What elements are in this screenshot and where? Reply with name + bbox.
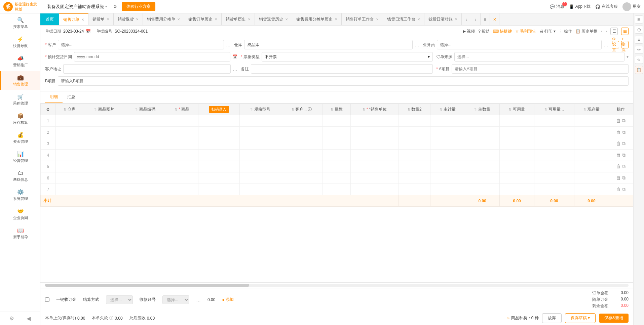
sidebar-settings-icon[interactable]: ⚙ xyxy=(9,315,14,322)
row-qty2[interactable] xyxy=(399,115,430,127)
row-copy-icon[interactable]: ⧉ xyxy=(622,152,626,158)
row-product-code[interactable] xyxy=(125,115,166,127)
message-button[interactable]: 💬 9 消息 xyxy=(550,4,564,9)
row-product-img[interactable] xyxy=(84,115,125,127)
row-available[interactable] xyxy=(500,115,534,127)
col-available2[interactable]: ⇅ 可用量... xyxy=(534,104,574,115)
customer-address-input[interactable] xyxy=(63,64,231,74)
sidebar-item-inventory[interactable]: 📦 库存核算 xyxy=(0,109,40,128)
delivery-calendar-icon[interactable]: 📅 xyxy=(232,54,237,59)
sidebar-item-purchase[interactable]: 🛒 采购管理 xyxy=(0,90,40,109)
col-qty2[interactable]: ⇅ 数量2 xyxy=(399,104,430,115)
warehouse-more-icon[interactable]: … xyxy=(415,42,419,47)
col-product-code[interactable]: ⇅ 商品编码 xyxy=(125,104,166,115)
payment-method-select[interactable]: 选择... xyxy=(106,295,133,304)
row-copy-icon[interactable]: ⧉ xyxy=(622,187,626,192)
tab-close-icon[interactable]: ✕ xyxy=(376,17,379,21)
sidebar-item-guide[interactable]: 📖 新手引导 xyxy=(0,224,40,243)
col-product[interactable]: ⇅ 商品 xyxy=(166,104,198,115)
sidebar-item-marketing[interactable]: 📣 营销推广 xyxy=(0,52,40,71)
col-main-unit[interactable]: ⇅ 主计量 xyxy=(430,104,465,115)
row-scan[interactable] xyxy=(198,115,240,127)
row-delete-icon[interactable]: 🗑 xyxy=(616,187,621,192)
tab-detail[interactable]: 明细 xyxy=(45,91,63,103)
col-product-img[interactable]: ⇅ 商品图片 xyxy=(84,104,125,115)
account-more-icon[interactable]: … xyxy=(196,297,201,302)
add-material-icon[interactable]: + 物流 xyxy=(621,41,629,48)
col-unit[interactable]: ⇅ *销售单位 xyxy=(351,104,399,115)
tab-invoice-history[interactable]: 销货单历史 ✕ xyxy=(222,13,255,26)
rp-icon-2[interactable]: ◷ xyxy=(635,26,643,34)
rp-icon-3[interactable]: ≡ xyxy=(635,36,643,44)
row-delete-icon[interactable]: 🗑 xyxy=(616,175,621,181)
row-stock[interactable] xyxy=(574,115,609,127)
industry-solution-button[interactable]: 体验行业方案 xyxy=(122,2,155,11)
calendar-icon[interactable]: 📅 xyxy=(86,29,91,34)
tab-fee-split-history[interactable]: 销售费用分摊单历史 ✕ xyxy=(292,13,342,26)
tab-close-icon[interactable]: ✕ xyxy=(215,17,217,21)
operation-button[interactable]: ⋮ 操作 xyxy=(559,29,572,34)
help-button[interactable]: ? 帮助 xyxy=(478,29,490,34)
b-project-input[interactable] xyxy=(58,76,629,86)
user-menu[interactable]: 用友 xyxy=(622,2,641,11)
row-warehouse[interactable] xyxy=(55,115,84,127)
row-delete-icon[interactable]: 🗑 xyxy=(616,164,621,169)
col-warehouse[interactable]: ⇅ 仓库 xyxy=(55,104,84,115)
sidebar-item-sales[interactable]: 💼 销售管理 xyxy=(0,71,40,90)
col-main-qty[interactable]: ⇅ 主数量 xyxy=(465,104,500,115)
tab-close-icon[interactable]: ✕ xyxy=(285,17,288,21)
sidebar-item-operations[interactable]: 📊 经营管理 xyxy=(0,148,40,167)
tab-summary[interactable]: 汇总 xyxy=(63,91,80,103)
col-stock[interactable]: ⇅ 现存量 xyxy=(574,104,609,115)
col-available[interactable]: ⇅ 可用量 xyxy=(500,104,534,115)
row-main-qty[interactable] xyxy=(465,115,500,127)
one-key-collect-checkbox[interactable] xyxy=(45,297,49,302)
warehouse-value[interactable]: 成品库 xyxy=(244,40,413,49)
sidebar-item-system[interactable]: ⚙️ 系统管理 xyxy=(0,186,40,205)
customer-more-icon[interactable]: … xyxy=(226,42,231,47)
tab-sales-invoice[interactable]: 销货单 ✕ xyxy=(88,13,114,26)
tab-close-icon[interactable]: ✕ xyxy=(335,17,337,21)
sidebar-item-search[interactable]: 🔍 搜索菜单 xyxy=(0,13,40,33)
row-unit[interactable] xyxy=(351,115,399,127)
row-copy-icon[interactable]: ⧉ xyxy=(622,164,626,169)
tab-close-icon[interactable]: ✕ xyxy=(177,17,180,21)
scan-input-button[interactable]: 扫码录入 xyxy=(209,106,229,113)
profit-button[interactable]: ☆ 毛利预告 xyxy=(515,29,536,34)
tab-close-icon[interactable]: ✕ xyxy=(107,17,109,21)
row-attr[interactable] xyxy=(323,115,351,127)
rp-icon-1[interactable]: ⊞ xyxy=(635,15,643,24)
abandon-button[interactable]: 放弃 xyxy=(542,313,562,323)
remark-input[interactable] xyxy=(251,64,433,74)
customer-input[interactable] xyxy=(58,40,224,49)
sidebar-item-basic-info[interactable]: 🗂 基础信息 xyxy=(0,167,40,186)
salesperson-more-icon[interactable]: … xyxy=(604,42,608,47)
row-product[interactable] xyxy=(166,115,198,127)
salesperson-input[interactable] xyxy=(437,40,602,49)
next-page-icon[interactable]: › xyxy=(606,29,607,34)
row-spec[interactable] xyxy=(240,115,281,127)
account-select[interactable]: 选择... xyxy=(162,295,189,304)
col-customer-no[interactable]: ⇅ 客户... ⓘ xyxy=(281,104,323,115)
row-main-unit[interactable] xyxy=(430,115,465,127)
tab-more-icon[interactable]: ≡ xyxy=(481,13,490,26)
row-customer-no[interactable] xyxy=(281,115,323,127)
row-copy-icon[interactable]: ⧉ xyxy=(622,118,626,124)
tab-sales-fee-split[interactable]: 销售费用分摊单 ✕ xyxy=(143,13,184,26)
a-project-input[interactable] xyxy=(452,64,629,74)
rp-icon-4[interactable]: ✏ xyxy=(635,46,643,54)
tab-sales-order-history[interactable]: 销售订单历史 ✕ xyxy=(184,13,222,26)
tab-sales-order[interactable]: 销售订单 ✕ xyxy=(59,13,88,26)
tab-close-icon[interactable]: ✕ xyxy=(248,17,251,21)
draft-dropdown-icon[interactable]: ▾ xyxy=(588,316,590,320)
add-button[interactable]: ● 添加 xyxy=(222,297,233,302)
sidebar-item-quick-nav[interactable]: ⚡ 快捷导航 xyxy=(0,33,40,52)
ticket-type-select[interactable]: 不开票 ▾ xyxy=(262,52,433,62)
prev-page-icon[interactable]: ‹ xyxy=(601,29,602,34)
order-source-input[interactable] xyxy=(454,52,624,62)
tab-close-all-icon[interactable]: ✕ xyxy=(490,13,499,26)
shortcut-button[interactable]: ⌨ 快捷键 xyxy=(493,29,512,34)
tab-close-icon[interactable]: ✕ xyxy=(455,17,457,21)
sidebar-item-finance[interactable]: 💰 资金管理 xyxy=(0,128,40,148)
rp-icon-6[interactable]: 📋 xyxy=(635,66,643,74)
